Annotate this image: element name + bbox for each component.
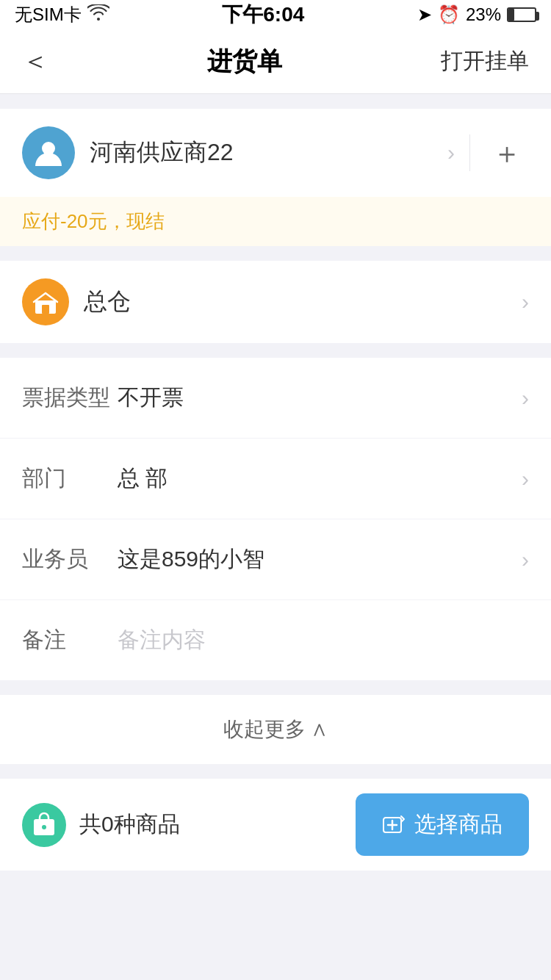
product-icon-wrap	[22, 803, 66, 847]
supplier-row[interactable]: 河南供应商22 › ＋	[0, 109, 551, 197]
supplier-section: 河南供应商22 › ＋ 应付-20元，现结	[0, 109, 551, 246]
bottom-bar: 共0种商品 选择商品	[0, 779, 551, 871]
product-icon	[31, 812, 57, 838]
select-product-label: 选择商品	[414, 810, 503, 840]
open-pending-button[interactable]: 打开挂单	[441, 46, 529, 76]
status-time: 下午6:04	[222, 1, 304, 29]
remark-row[interactable]: 备注 备注内容	[0, 600, 551, 680]
dept-chevron-icon: ›	[522, 466, 529, 491]
warehouse-icon	[32, 289, 59, 315]
form-section: 票据类型 不开票 › 部门 总 部 › 业务员 这是859的小智 › 备注 备注…	[0, 358, 551, 680]
sales-row[interactable]: 业务员 这是859的小智 ›	[0, 519, 551, 600]
collapse-label: 收起更多 ∧	[223, 718, 328, 741]
battery-percent: 23%	[466, 4, 501, 25]
status-right: ➤ ⏰ 23%	[417, 4, 536, 25]
sales-value: 这是859的小智	[118, 544, 522, 574]
invoice-value: 不开票	[118, 383, 522, 413]
select-product-icon	[382, 815, 406, 835]
location-icon: ➤	[417, 4, 432, 25]
alarm-icon: ⏰	[438, 4, 460, 25]
warehouse-name: 总仓	[84, 286, 522, 318]
nav-bar: ＜ 进货单 打开挂单	[0, 29, 551, 94]
svg-rect-2	[42, 305, 49, 314]
select-product-button[interactable]: 选择商品	[356, 793, 529, 856]
sales-chevron-icon: ›	[522, 547, 529, 572]
invoice-row[interactable]: 票据类型 不开票 ›	[0, 358, 551, 439]
collapse-button[interactable]: 收起更多 ∧	[0, 695, 551, 764]
wifi-icon	[87, 4, 109, 25]
vertical-divider	[469, 134, 470, 171]
dept-value: 总 部	[118, 464, 522, 494]
person-icon	[32, 137, 65, 169]
dept-row[interactable]: 部门 总 部 ›	[0, 439, 551, 519]
chevron-right-icon: ›	[447, 140, 455, 165]
carrier-text: 无SIM卡	[15, 3, 82, 26]
warehouse-row[interactable]: 总仓 ›	[0, 261, 551, 343]
product-count-wrap: 共0种商品	[22, 803, 180, 847]
product-count-text: 共0种商品	[79, 810, 180, 840]
remark-label: 备注	[22, 625, 118, 655]
status-bar: 无SIM卡 下午6:04 ➤ ⏰ 23%	[0, 0, 551, 29]
invoice-label: 票据类型	[22, 383, 118, 413]
alert-row: 应付-20元，现结	[0, 197, 551, 246]
avatar	[22, 126, 75, 179]
sales-label: 业务员	[22, 544, 118, 574]
add-button[interactable]: ＋	[485, 133, 529, 173]
svg-point-4	[42, 825, 46, 829]
status-left: 无SIM卡	[15, 3, 109, 26]
battery-icon	[507, 7, 536, 22]
back-button[interactable]: ＜	[22, 43, 48, 79]
remark-input[interactable]: 备注内容	[118, 625, 529, 655]
warehouse-section: 总仓 ›	[0, 261, 551, 343]
page-title: 进货单	[207, 45, 282, 79]
supplier-name: 河南供应商22	[90, 137, 447, 169]
section-gap-1	[0, 94, 551, 109]
dept-label: 部门	[22, 464, 118, 494]
warehouse-icon-wrap	[22, 278, 69, 325]
alert-text: 应付-20元，现结	[22, 210, 165, 232]
invoice-chevron-icon: ›	[522, 386, 529, 411]
warehouse-chevron-icon: ›	[522, 289, 529, 314]
